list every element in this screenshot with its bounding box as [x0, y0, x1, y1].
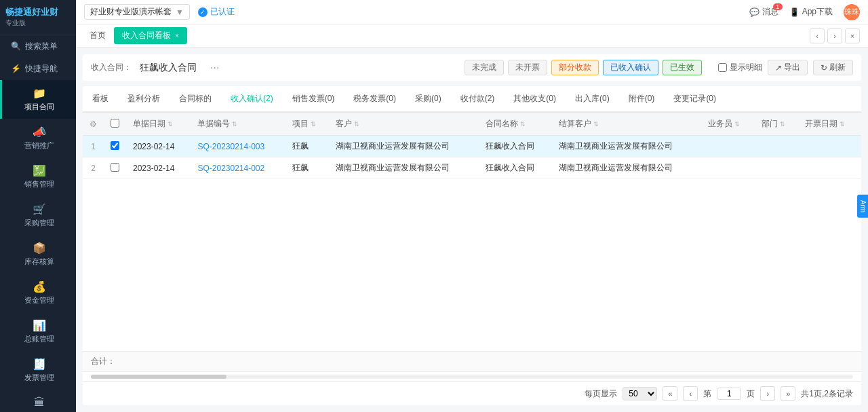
- main-tab-8[interactable]: 其他收支(0): [504, 86, 566, 113]
- sidebar-item-5[interactable]: 💰资金管理: [0, 274, 76, 312]
- row-date-1: 2023-02-14: [126, 157, 191, 179]
- row-number-link-0[interactable]: SQ-20230214-003: [197, 142, 264, 151]
- main-tab-11[interactable]: 变更记录(0): [664, 86, 726, 113]
- contract-sort-icon[interactable]: ⇅: [520, 121, 526, 128]
- message-button[interactable]: 💬 消息 1: [749, 6, 778, 18]
- sidebar-item-6[interactable]: 📊总账管理: [0, 312, 76, 351]
- main-tab-1[interactable]: 盈利分析: [118, 86, 170, 113]
- user-avatar[interactable]: 珠珠: [844, 4, 860, 20]
- table-row: 2 2023-02-14 SQ-20230214-002 狂飙 湖南卫视商业运营…: [83, 157, 861, 179]
- sidebar-item-label-5: 资金管理: [24, 295, 54, 305]
- row-number-1[interactable]: SQ-20230214-002: [191, 157, 285, 179]
- refresh-label: 刷新: [829, 62, 846, 73]
- sidebar-search[interactable]: 🔍 搜索菜单: [0, 35, 76, 58]
- right-sidebar-button[interactable]: Arm: [857, 194, 868, 217]
- main-tab-5[interactable]: 税务发票(0): [344, 86, 406, 113]
- sidebar-item-label-0: 项目合同: [24, 102, 54, 112]
- sidebar-item-2[interactable]: 💹销售管理: [0, 157, 76, 196]
- status-effective[interactable]: 已生效: [663, 60, 702, 75]
- date-col-header: 单据日期⇅: [126, 113, 191, 136]
- scroll-thumb[interactable]: [91, 375, 226, 379]
- total-label: 合计：: [91, 356, 115, 367]
- page-size-select[interactable]: 50 20 100: [623, 387, 657, 400]
- number-sort-icon[interactable]: ⇅: [232, 121, 237, 128]
- export-button[interactable]: ↗ 导出: [768, 60, 808, 75]
- main-tab-2[interactable]: 合同标的: [170, 86, 221, 113]
- company-selector[interactable]: 好业财专业版演示帐套 ▼: [84, 4, 190, 20]
- sidebar-item-label-4: 库存核算: [24, 257, 54, 267]
- sidebar-item-0[interactable]: 📁项目合同: [0, 80, 76, 119]
- app-name: 畅捷通好业财: [5, 7, 71, 18]
- settings-icon[interactable]: ⚙: [90, 119, 97, 129]
- sidebar-item-4[interactable]: 📦库存核算: [0, 235, 76, 274]
- customer-col-header: 客户⇅: [329, 113, 479, 136]
- row-checkbox-0[interactable]: [104, 136, 126, 157]
- content-area: 收入合同： 狂飙收入合同 ··· 未完成 未开票 部分收款 已收入确认 已生效 …: [76, 48, 868, 412]
- status-uninvoiced[interactable]: 未开票: [508, 60, 547, 75]
- tabs-and-table: 看板盈利分析合同标的收入确认(2)销售发票(0)税务发票(0)采购(0)收付款(…: [83, 86, 861, 405]
- tab-prev-button[interactable]: ‹: [810, 29, 825, 43]
- status-incomplete[interactable]: 未完成: [465, 60, 504, 75]
- select-all-checkbox[interactable]: [111, 119, 119, 128]
- page-prev-button[interactable]: ‹: [683, 386, 698, 401]
- row-salesperson-0: [701, 136, 755, 157]
- refresh-icon: ↻: [821, 63, 827, 73]
- sidebar-quick-nav[interactable]: ⚡ 快捷导航: [0, 58, 76, 80]
- sidebar-item-8[interactable]: 🏛税务管理: [0, 390, 76, 412]
- horizontal-scrollbar[interactable]: [83, 371, 861, 381]
- phone-icon: 📱: [789, 7, 800, 17]
- page-label-pre: 第: [703, 388, 711, 400]
- salesperson-sort-icon[interactable]: ⇅: [734, 121, 740, 128]
- main-tab-4[interactable]: 销售发票(0): [283, 86, 344, 113]
- main-tab-6[interactable]: 采购(0): [406, 86, 451, 113]
- invoice-date-sort-icon[interactable]: ⇅: [840, 121, 845, 128]
- page-next-button[interactable]: ›: [760, 386, 775, 401]
- number-col-header: 单据编号⇅: [191, 113, 285, 136]
- tab-close-all-button[interactable]: ×: [845, 29, 860, 43]
- date-sort-icon[interactable]: ⇅: [167, 121, 173, 128]
- more-button[interactable]: ···: [210, 62, 219, 74]
- tab-next-button[interactable]: ›: [827, 29, 842, 43]
- show-detail-input[interactable]: [718, 63, 727, 72]
- customer-sort-icon[interactable]: ⇅: [354, 121, 359, 128]
- show-detail-checkbox[interactable]: 显示明细: [718, 62, 762, 73]
- sidebar-item-icon-7: 🧾: [33, 358, 46, 371]
- date-col-label: 单据日期: [133, 119, 165, 128]
- refresh-button[interactable]: ↻ 刷新: [813, 60, 853, 75]
- app-download-button[interactable]: 📱 App下载: [789, 6, 833, 18]
- billing-sort-icon[interactable]: ⇅: [593, 121, 599, 128]
- status-confirmed[interactable]: 已收入确认: [603, 60, 658, 75]
- sidebar-item-3[interactable]: 🛒采购管理: [0, 196, 76, 235]
- status-partial[interactable]: 部分收款: [551, 60, 599, 75]
- message-icon: 💬: [749, 7, 760, 17]
- avatar-text: 珠珠: [844, 7, 859, 17]
- contract-header: 收入合同： 狂飙收入合同 ··· 未完成 未开票 部分收款 已收入确认 已生效 …: [83, 54, 861, 81]
- export-icon: ↗: [775, 63, 782, 73]
- tab-nav-buttons: ‹ › ×: [810, 29, 860, 43]
- main-tab-0[interactable]: 看板: [83, 86, 118, 113]
- project-sort-icon[interactable]: ⇅: [311, 121, 316, 128]
- sidebar-item-7[interactable]: 🧾发票管理: [0, 351, 76, 390]
- dept-sort-icon[interactable]: ⇅: [780, 121, 785, 128]
- tab-home[interactable]: 首页: [84, 27, 111, 44]
- sidebar-item-icon-1: 📣: [33, 126, 46, 138]
- sidebar-logo: 畅捷通好业财 专业版: [0, 0, 76, 35]
- main-tab-3[interactable]: 收入确认(2): [221, 86, 283, 113]
- sidebar-item-1[interactable]: 📣营销推广: [0, 119, 76, 157]
- main-tab-10[interactable]: 附件(0): [619, 86, 665, 113]
- main-tab-7[interactable]: 收付款(2): [451, 86, 505, 113]
- main-tab-9[interactable]: 出入库(0): [566, 86, 619, 113]
- sidebar-item-label-7: 发票管理: [24, 373, 54, 383]
- tab-close-icon[interactable]: ×: [175, 32, 179, 39]
- sidebar-search-label: 搜索菜单: [25, 41, 58, 52]
- page-last-button[interactable]: »: [781, 386, 795, 401]
- row-number-0[interactable]: SQ-20230214-003: [191, 136, 285, 157]
- search-icon: 🔍: [11, 41, 21, 51]
- tab-contract-board[interactable]: 收入合同看板 ×: [114, 27, 187, 44]
- row-number-link-1[interactable]: SQ-20230214-002: [197, 164, 264, 173]
- sidebar-item-label-2: 销售管理: [24, 179, 54, 189]
- page-input[interactable]: [717, 388, 741, 400]
- salesperson-col-label: 业务员: [708, 119, 732, 128]
- row-checkbox-1[interactable]: [104, 157, 126, 179]
- page-first-button[interactable]: «: [663, 386, 677, 401]
